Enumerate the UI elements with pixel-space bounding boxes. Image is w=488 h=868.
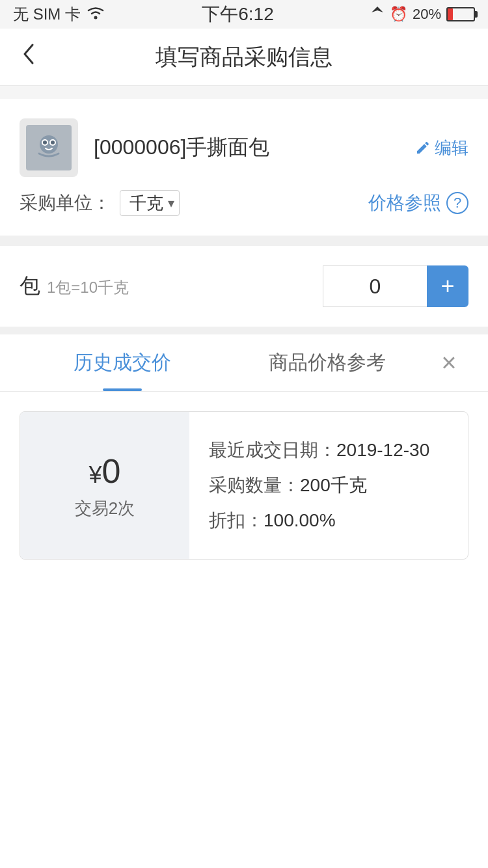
battery-percent: 20% [413,6,441,23]
tab-close-button[interactable]: × [429,348,468,377]
discount-value: 100.00% [264,510,336,530]
discount-label: 折扣： [209,510,264,530]
page-title: 填写商品采购信息 [156,42,332,72]
price-ref-button[interactable]: 价格参照 ? [368,191,468,215]
quantity-unit-sub: 1包=10千克 [47,277,129,298]
main-content-area [0,579,488,868]
transaction-left: ¥0 交易2次 [20,412,189,559]
svg-point-0 [94,16,98,20]
svg-point-4 [43,141,47,144]
unit-select[interactable]: 千克 [120,190,180,216]
status-bar: 无 SIM 卡 下午6:12 ⏰ 20% [0,0,488,29]
battery-fill [448,8,453,20]
alarm-icon: ⏰ [390,6,407,23]
qty-label: 采购数量： [209,475,300,495]
date-label: 最近成交日期： [209,440,336,460]
edit-label: 编辑 [435,137,468,159]
edit-button[interactable]: 编辑 [415,137,468,159]
product-header: [0000006]手撕面包 编辑 [20,118,468,177]
transaction-qty-row: 采购数量：200千克 [209,473,448,498]
product-unit-row: 采购单位： 千克 价格参照 ? [20,190,468,216]
product-logo-inner [26,125,72,170]
wifi-icon [86,5,105,23]
tabs-container: 历史成交价 商品价格参考 × ¥0 交易2次 最近成交日期：2019-12-30… [0,334,488,579]
price-ref-label: 价格参照 [368,191,441,215]
help-icon: ? [446,192,468,214]
svg-point-5 [51,141,55,144]
tab-product-price-ref[interactable]: 商品价格参考 [224,334,429,391]
battery-icon [446,7,475,21]
product-name: [0000006]手撕面包 [94,133,269,162]
qty-value: 200千克 [300,475,367,495]
unit-label: 采购单位： [20,191,111,215]
unit-left: 采购单位： 千克 [20,190,180,216]
date-value: 2019-12-30 [336,440,429,460]
status-time: 下午6:12 [202,2,274,27]
product-left: [0000006]手撕面包 [20,118,269,177]
quantity-row: 包 1包=10千克 0 + [0,246,488,327]
unit-select-wrapper[interactable]: 千克 [120,190,180,216]
tab-history-price[interactable]: 历史成交价 [20,334,224,391]
tabs-header: 历史成交价 商品价格参考 × [0,334,488,392]
product-logo [20,118,78,177]
transaction-count: 交易2次 [75,497,135,520]
tab-history-price-label: 历史成交价 [74,349,171,376]
carrier-text: 无 SIM 卡 [13,4,81,25]
transaction-date-row: 最近成交日期：2019-12-30 [209,438,448,463]
status-left: 无 SIM 卡 [13,4,105,25]
transaction-price: ¥0 [89,452,121,491]
price-symbol: ¥ [89,461,102,488]
divider-2 [0,327,488,334]
status-right: ⏰ 20% [370,5,475,23]
tab-product-price-ref-label: 商品价格参考 [269,349,386,376]
transaction-area: ¥0 交易2次 最近成交日期：2019-12-30 采购数量：200千克 折扣：… [0,392,488,579]
price-value: 0 [102,452,121,490]
quantity-controls: 0 + [323,265,468,307]
quantity-label: 包 1包=10千克 [20,272,129,301]
quantity-input[interactable]: 0 [323,265,427,307]
transaction-discount-row: 折扣：100.00% [209,508,448,533]
quantity-plus-button[interactable]: + [427,265,468,307]
transaction-card: ¥0 交易2次 最近成交日期：2019-12-30 采购数量：200千克 折扣：… [20,411,468,560]
tab-active-underline [103,388,142,391]
back-button[interactable] [13,33,44,81]
divider-1 [0,236,488,246]
location-icon [370,5,385,23]
nav-bar: 填写商品采购信息 [0,29,488,86]
quantity-unit-main: 包 [20,272,40,301]
transaction-right: 最近成交日期：2019-12-30 采购数量：200千克 折扣：100.00% [189,412,468,559]
product-card: [0000006]手撕面包 编辑 采购单位： 千克 价格参照 ? [0,99,488,236]
